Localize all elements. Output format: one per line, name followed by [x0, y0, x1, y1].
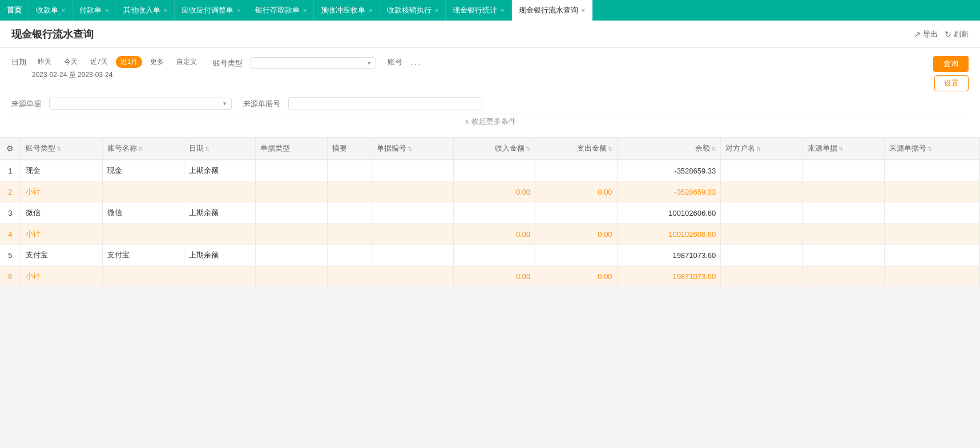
- close-icon[interactable]: ×: [303, 7, 306, 14]
- th-source-doc[interactable]: 来源单据⇅: [802, 138, 884, 160]
- row-number: 6: [0, 266, 21, 287]
- cell-doc-type: [256, 160, 327, 181]
- th-account-type[interactable]: 账号类型⇅: [21, 138, 102, 160]
- row-number: 5: [0, 245, 21, 266]
- cell-balance: -3528659.33: [617, 160, 721, 181]
- cell-doc-no: [372, 160, 453, 181]
- cell-summary: [327, 203, 372, 224]
- export-icon: ↗: [914, 30, 921, 39]
- th-settings: ⚙: [0, 138, 21, 160]
- date-opt-more[interactable]: 更多: [146, 56, 168, 68]
- date-opt-1month[interactable]: 近1月: [116, 56, 143, 68]
- th-income[interactable]: 收入金额⇅: [453, 138, 535, 160]
- cell-source-doc-no: [885, 160, 980, 181]
- date-opt-today[interactable]: 今天: [59, 56, 82, 68]
- date-opt-7days[interactable]: 近7天: [86, 56, 112, 68]
- cell-source-doc-no: [885, 245, 980, 266]
- nav-label: 现金银行统计: [453, 5, 497, 15]
- close-icon[interactable]: ×: [237, 7, 240, 14]
- right-actions: 查询 设置: [933, 56, 969, 91]
- nav-tab-stats[interactable]: 现金银行统计 ×: [446, 0, 511, 21]
- nav-tab-other-income[interactable]: 其他收入单 ×: [116, 0, 175, 21]
- cell-income: 0.00: [453, 266, 535, 287]
- cell-summary: [327, 224, 372, 245]
- close-icon[interactable]: ×: [105, 7, 108, 14]
- th-date[interactable]: 日期⇅: [184, 138, 256, 160]
- th-expense[interactable]: 支出金额⇅: [535, 138, 617, 160]
- th-doc-no[interactable]: 单据编号⇅: [372, 138, 453, 160]
- account-label: 账号: [388, 57, 402, 67]
- cell-account-name: [102, 266, 184, 287]
- nav-tab-payment[interactable]: 付款单 ×: [72, 0, 116, 21]
- nav-tab-flow-query[interactable]: 现金银行流水查询 ×: [512, 0, 592, 21]
- nav-label: 付款单: [79, 5, 102, 15]
- th-source-doc-no[interactable]: 来源单据号⇅: [885, 138, 980, 160]
- nav-tab-prepay[interactable]: 预收冲应收单 ×: [314, 0, 380, 21]
- nav-tab-adjust[interactable]: 应收应付调整单 ×: [175, 0, 248, 21]
- refresh-icon: ↻: [945, 30, 951, 39]
- cell-source-doc: [802, 245, 884, 266]
- nav-tab-writeoff[interactable]: 收款核销执行 ×: [380, 0, 446, 21]
- account-more-icon[interactable]: ...: [410, 57, 421, 67]
- collapse-button[interactable]: ∧ 收起更多条件: [11, 114, 969, 129]
- gear-icon[interactable]: ⚙: [6, 144, 14, 153]
- th-doc-type[interactable]: 单据类型: [256, 138, 327, 160]
- cell-counterparty: [721, 245, 802, 266]
- chevron-down-icon-2: ▾: [223, 100, 227, 107]
- date-options: 昨天 今天 近7天 近1月 更多 自定义: [33, 56, 201, 68]
- table-row: 4小计0.000.00100102606.60: [0, 224, 980, 245]
- nav-label: 收款核销执行: [387, 5, 431, 15]
- cell-expense: [535, 245, 617, 266]
- cell-account-type: 支付宝: [21, 245, 102, 266]
- cell-source-doc: [802, 224, 884, 245]
- cell-doc-type: [256, 245, 327, 266]
- export-button[interactable]: ↗ 导出: [914, 29, 938, 39]
- cell-date: [184, 181, 256, 203]
- cell-source-doc: [802, 266, 884, 287]
- refresh-button[interactable]: ↻ 刷新: [945, 29, 969, 39]
- cell-balance: 100102606.60: [617, 224, 721, 245]
- table-body: 1现金现金上期余额-3528659.332小计0.000.00-3528659.…: [0, 160, 980, 287]
- cell-doc-no: [372, 245, 453, 266]
- cell-source-doc: [802, 181, 884, 203]
- nav-tab-bank-deposit[interactable]: 银行存取款单 ×: [248, 0, 314, 21]
- th-counterparty[interactable]: 对方户名⇅: [721, 138, 802, 160]
- cell-date: [184, 266, 256, 287]
- sort-icon: ⇅: [205, 146, 209, 152]
- cell-source-doc-no: [885, 203, 980, 224]
- close-icon[interactable]: ×: [164, 7, 167, 14]
- close-icon[interactable]: ×: [62, 7, 65, 14]
- cell-summary: [327, 245, 372, 266]
- close-icon[interactable]: ×: [501, 7, 504, 14]
- th-balance[interactable]: 余额⇅: [617, 138, 721, 160]
- query-button[interactable]: 查询: [933, 56, 969, 72]
- cell-account-name: 支付宝: [102, 245, 184, 266]
- source-doc-select[interactable]: ▾: [49, 98, 232, 110]
- cell-source-doc: [802, 203, 884, 224]
- cell-doc-type: [256, 266, 327, 287]
- close-icon[interactable]: ×: [435, 7, 438, 14]
- cell-expense: 0.00: [535, 181, 617, 203]
- cell-account-name: [102, 181, 184, 203]
- th-account-name[interactable]: 账号名称⇅: [102, 138, 184, 160]
- source-doc-no-input[interactable]: [288, 97, 482, 110]
- sort-icon: ⇅: [756, 146, 761, 152]
- settings-button[interactable]: 设置: [934, 75, 969, 91]
- sort-icon: ⇅: [408, 146, 412, 152]
- cell-income: 0.00: [453, 181, 535, 203]
- close-icon[interactable]: ×: [582, 7, 585, 14]
- date-opt-custom[interactable]: 自定义: [172, 56, 201, 68]
- cell-account-name: [102, 224, 184, 245]
- cell-account-name: 微信: [102, 203, 184, 224]
- cell-counterparty: [721, 203, 802, 224]
- nav-label: 预收冲应收单: [321, 5, 365, 15]
- close-icon[interactable]: ×: [369, 7, 372, 14]
- table-header-row: ⚙ 账号类型⇅ 账号名称⇅ 日期⇅ 单据类型 摘要 单据编号⇅: [0, 138, 980, 160]
- nav-home[interactable]: 首页: [0, 0, 29, 21]
- date-opt-yesterday[interactable]: 昨天: [33, 56, 56, 68]
- cell-account-type: 小计: [21, 224, 102, 245]
- cell-income: 0.00: [453, 224, 535, 245]
- nav-tab-receipt[interactable]: 收款单 ×: [29, 0, 72, 21]
- account-type-select[interactable]: ▾: [251, 57, 376, 69]
- cell-doc-no: [372, 224, 453, 245]
